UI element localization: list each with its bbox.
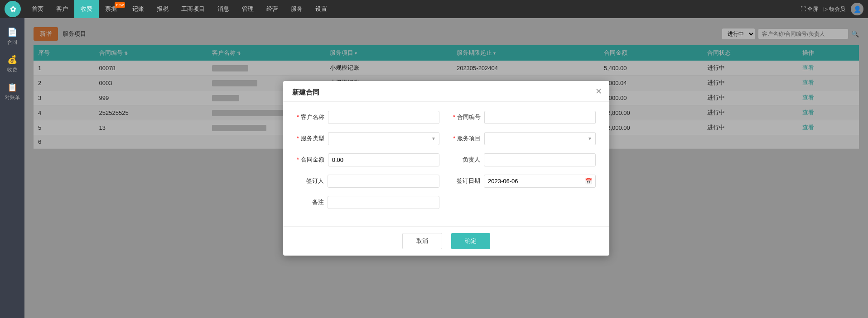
modal-footer: 取消 确定 xyxy=(283,226,609,256)
nav-home[interactable]: 首页 xyxy=(25,0,50,18)
notes-input[interactable] xyxy=(328,196,439,209)
form-group-service-type: 服务类型 ▼ xyxy=(297,132,439,145)
form-group-amount: 合同金额 xyxy=(297,153,439,166)
nav-service[interactable]: 服务 xyxy=(285,0,309,18)
form-group-customer: 客户名称 xyxy=(297,111,439,124)
play-icon: ▷ xyxy=(824,6,828,12)
spacer xyxy=(453,196,596,209)
service-item-select-wrap: ▼ xyxy=(484,132,596,145)
nav-settings[interactable]: 设置 xyxy=(309,0,333,18)
service-item-label: 服务项目 xyxy=(453,134,481,142)
nav-business[interactable]: 工商项目 xyxy=(175,0,211,18)
notes-label: 备注 xyxy=(297,198,324,206)
service-type-label: 服务类型 xyxy=(297,134,324,142)
modal-title: 新建合同 xyxy=(283,81,609,102)
sidebar-item-fees[interactable]: 💰 收费 xyxy=(0,50,24,78)
new-badge: new xyxy=(115,2,125,8)
avatar-icon: 👤 xyxy=(854,5,861,13)
responsible-label: 负责人 xyxy=(453,156,480,164)
nav-right: ⛶ 全屏 ▷ 畅会员 👤 xyxy=(800,3,863,15)
nav-messages[interactable]: 消息 xyxy=(211,0,236,18)
form-row-2: 服务类型 ▼ 服务项目 ▼ xyxy=(297,132,596,145)
signer-input[interactable] xyxy=(328,175,439,188)
top-navigation: ✿ 首页 客户 收费 票据 new 记账 报税 工商项目 消息 管理 经营 服务… xyxy=(0,0,868,18)
service-type-select[interactable] xyxy=(328,132,439,145)
form-group-service-item: 服务项目 ▼ xyxy=(453,132,596,145)
modal-close-button[interactable]: ✕ xyxy=(595,86,602,96)
nav-customer[interactable]: 客户 xyxy=(50,0,74,18)
calendar-icon[interactable]: 📅 xyxy=(585,178,592,185)
amount-label: 合同金额 xyxy=(297,156,324,164)
form-row-4: 签订人 签订日期 📅 xyxy=(297,175,596,188)
service-type-select-wrap: ▼ xyxy=(328,132,439,145)
nav-bills[interactable]: 票据 new xyxy=(99,0,126,18)
nav-fees[interactable]: 收费 xyxy=(74,0,99,18)
sidebar: 📄 合同 💰 收费 📋 对账单 xyxy=(0,18,24,318)
form-group-signer: 签订人 xyxy=(297,175,439,188)
sign-date-input[interactable] xyxy=(484,175,596,188)
nav-operations[interactable]: 经营 xyxy=(260,0,285,18)
confirm-button[interactable]: 确定 xyxy=(451,233,490,249)
contract-no-label: 合同编号 xyxy=(453,113,481,121)
form-row-5: 备注 xyxy=(297,196,596,209)
fees-icon: 💰 xyxy=(7,55,17,65)
form-group-notes: 备注 xyxy=(297,196,439,209)
customer-name-input[interactable] xyxy=(328,111,439,124)
modal-body: 客户名称 合同编号 服务类型 ▼ xyxy=(283,102,609,226)
member-button[interactable]: ▷ 畅会员 xyxy=(824,5,845,13)
form-group-sign-date: 签订日期 📅 xyxy=(453,175,596,188)
contract-icon: 📄 xyxy=(7,27,17,37)
customer-name-label: 客户名称 xyxy=(297,113,324,121)
new-contract-modal: 新建合同 ✕ 客户名称 合同编号 服务类型 xyxy=(283,81,609,256)
sidebar-item-statement[interactable]: 📋 对账单 xyxy=(0,78,24,105)
contract-no-input[interactable] xyxy=(484,111,596,124)
form-group-responsible: 负责人 xyxy=(453,153,596,166)
sign-date-label: 签订日期 xyxy=(453,177,480,185)
fullscreen-icon: ⛶ xyxy=(800,6,806,12)
nav-tax[interactable]: 报税 xyxy=(150,0,175,18)
form-group-contract-no: 合同编号 xyxy=(453,111,596,124)
nav-items: 首页 客户 收费 票据 new 记账 报税 工商项目 消息 管理 经营 服务 设… xyxy=(25,0,800,18)
sign-date-wrap: 📅 xyxy=(484,175,596,188)
modal-overlay: 新建合同 ✕ 客户名称 合同编号 服务类型 xyxy=(24,18,868,318)
app-logo[interactable]: ✿ xyxy=(5,1,21,17)
form-row-3: 合同金额 负责人 xyxy=(297,153,596,166)
statement-icon: 📋 xyxy=(7,82,17,92)
main-content: 新增 服务项目 进行中 已完成 已终止 🔍 序号 合同编号⇅ 客户名称⇅ 服务项… xyxy=(24,18,868,318)
cancel-button[interactable]: 取消 xyxy=(402,233,442,249)
responsible-input[interactable] xyxy=(484,153,596,166)
signer-label: 签订人 xyxy=(297,177,324,185)
service-item-select[interactable] xyxy=(484,132,596,145)
form-row-1: 客户名称 合同编号 xyxy=(297,111,596,124)
nav-admin[interactable]: 管理 xyxy=(236,0,260,18)
sidebar-item-contract[interactable]: 📄 合同 xyxy=(0,23,24,50)
amount-input[interactable] xyxy=(328,153,439,166)
fullscreen-button[interactable]: ⛶ 全屏 xyxy=(800,5,818,13)
user-avatar[interactable]: 👤 xyxy=(851,3,863,15)
nav-bookkeeping[interactable]: 记账 xyxy=(126,0,150,18)
logo-icon: ✿ xyxy=(10,5,16,14)
